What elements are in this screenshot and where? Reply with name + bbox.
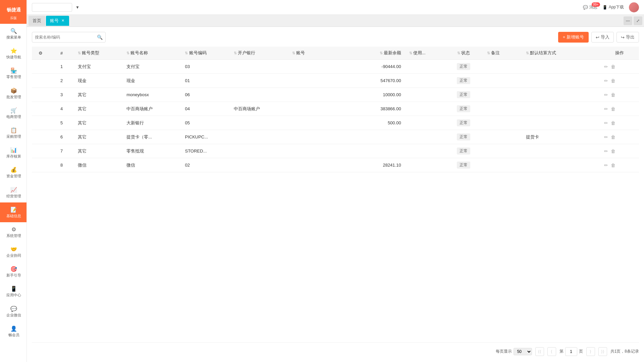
user-avatar[interactable] bbox=[629, 2, 639, 12]
page-last-button[interactable]: ⟩⟩ bbox=[598, 347, 607, 356]
sidebar-item-basic-info[interactable]: 📝 基础信息 bbox=[0, 202, 26, 222]
edit-button[interactable]: ✏ bbox=[604, 163, 608, 168]
page-first-button[interactable]: ⟨⟨ bbox=[535, 347, 544, 356]
col-code[interactable]: 账号编码 bbox=[181, 47, 229, 60]
row-account bbox=[288, 88, 346, 102]
row-remark bbox=[483, 74, 522, 88]
app-download-button[interactable]: 📱 App下载 bbox=[602, 4, 624, 10]
col-account[interactable]: 账号 bbox=[288, 47, 346, 60]
delete-button[interactable]: 🗑 bbox=[611, 120, 615, 126]
row-remark bbox=[483, 144, 522, 158]
search-icon: 🔍 bbox=[10, 28, 17, 34]
col-balance[interactable]: 最新余额 bbox=[346, 47, 405, 60]
edit-button[interactable]: ✏ bbox=[604, 120, 608, 126]
search-box[interactable]: 🔍 bbox=[32, 32, 106, 43]
edit-button[interactable]: ✏ bbox=[604, 148, 608, 154]
sidebar-item-quick-nav[interactable]: ⭐ 快捷导航 bbox=[0, 44, 26, 63]
delete-button[interactable]: 🗑 bbox=[611, 163, 615, 168]
sidebar-item-system[interactable]: ⚙ 系统管理 bbox=[0, 222, 26, 242]
row-settle bbox=[522, 102, 600, 116]
sidebar-item-label: 新手引导 bbox=[6, 273, 21, 278]
sidebar-item-inventory[interactable]: 📊 库存核算 bbox=[0, 143, 26, 163]
tab-account[interactable]: 账号 ✕ bbox=[46, 16, 69, 26]
row-status: 正常 bbox=[444, 158, 483, 172]
col-remark[interactable]: 备注 bbox=[483, 47, 522, 60]
page-next-button[interactable]: ⟩ bbox=[586, 347, 595, 356]
sidebar-item-agreement[interactable]: 🤝 企业协同 bbox=[0, 242, 26, 262]
row-settle bbox=[522, 88, 600, 102]
row-usage bbox=[405, 130, 444, 144]
col-name[interactable]: 账号名称 bbox=[122, 47, 181, 60]
gear-icon[interactable]: ⚙ bbox=[39, 51, 43, 56]
tab-account-close[interactable]: ✕ bbox=[60, 18, 65, 23]
row-code: 01 bbox=[181, 74, 229, 88]
tab-minimize-button[interactable]: — bbox=[624, 16, 632, 25]
sidebar-item-ecommerce[interactable]: 🛒 电商管理 bbox=[0, 103, 26, 123]
delete-button[interactable]: 🗑 bbox=[611, 64, 615, 69]
sidebar-item-label: 基础信息 bbox=[6, 214, 21, 218]
svg-text:畅捷通: 畅捷通 bbox=[7, 7, 21, 12]
table-row: 1 支付宝 支付宝 03 -90444.00 正常 ✏ 🗑 bbox=[32, 60, 639, 74]
sidebar-item-label: 应用中心 bbox=[6, 293, 21, 297]
import-button[interactable]: ↩ 导入 bbox=[591, 32, 614, 43]
col-usage[interactable]: 使用... bbox=[405, 47, 444, 60]
sidebar-item-retail[interactable]: 🏪 零售管理 bbox=[0, 63, 26, 83]
delete-button[interactable]: 🗑 bbox=[611, 148, 615, 154]
sidebar-item-wechat-biz[interactable]: 💬 企业微信 bbox=[0, 302, 26, 321]
col-type[interactable]: 账号类型 bbox=[74, 47, 122, 60]
delete-button[interactable]: 🗑 bbox=[611, 106, 615, 112]
operations-icon: 📈 bbox=[10, 187, 17, 193]
sidebar-item-label: 经营管理 bbox=[6, 194, 21, 198]
add-account-button[interactable]: + 新增账号 bbox=[558, 32, 589, 43]
search-input[interactable] bbox=[35, 35, 97, 40]
row-bank bbox=[230, 88, 288, 102]
col-settle[interactable]: 默认结算方式 bbox=[522, 47, 600, 60]
edit-button[interactable]: ✏ bbox=[604, 134, 608, 140]
edit-button[interactable]: ✏ bbox=[604, 106, 608, 112]
tab-home-label: 首页 bbox=[33, 18, 41, 24]
page-label: 第 页 bbox=[559, 347, 583, 356]
tab-expand-button[interactable]: ⤢ bbox=[634, 16, 642, 25]
row-status: 正常 bbox=[444, 116, 483, 130]
mobile-icon: 📱 bbox=[602, 5, 607, 10]
topbar-search-input[interactable] bbox=[32, 3, 72, 12]
sidebar-item-purchase[interactable]: 📋 采购管理 bbox=[0, 123, 26, 143]
delete-button[interactable]: 🗑 bbox=[611, 134, 615, 140]
row-remark bbox=[483, 88, 522, 102]
row-type: 支付宝 bbox=[74, 60, 122, 74]
quick-nav-icon: ⭐ bbox=[10, 48, 17, 54]
row-type: 其它 bbox=[74, 102, 122, 116]
row-code: 06 bbox=[181, 88, 229, 102]
topbar-dropdown[interactable]: ▼ bbox=[75, 5, 79, 10]
row-code: 04 bbox=[181, 102, 229, 116]
edit-button[interactable]: ✏ bbox=[604, 78, 608, 83]
delete-button[interactable]: 🗑 bbox=[611, 78, 615, 83]
page-size-select[interactable]: 50 20 100 bbox=[514, 348, 532, 355]
agreement-icon: 🤝 bbox=[10, 246, 17, 252]
row-balance: 383866.00 bbox=[346, 102, 405, 116]
edit-button[interactable]: ✏ bbox=[604, 64, 608, 69]
col-bank[interactable]: 开户银行 bbox=[230, 47, 288, 60]
sidebar-item-beginner[interactable]: 🎯 新手引导 bbox=[0, 262, 26, 282]
row-type: 其它 bbox=[74, 116, 122, 130]
edit-button[interactable]: ✏ bbox=[604, 92, 608, 98]
sidebar-item-operations[interactable]: 📈 经营管理 bbox=[0, 183, 26, 202]
col-gear[interactable]: ⚙ bbox=[32, 47, 49, 60]
sidebar-item-member[interactable]: 👤 畅会员 bbox=[0, 321, 26, 341]
page-prev-button[interactable]: ⟨ bbox=[547, 347, 556, 356]
row-type: 现金 bbox=[74, 74, 122, 88]
message-button[interactable]: 💬 消息 99+ bbox=[583, 4, 597, 10]
topbar-right: 💬 消息 99+ 📱 App下载 bbox=[583, 2, 639, 12]
row-status: 正常 bbox=[444, 130, 483, 144]
sidebar-item-app-center[interactable]: 📱 应用中心 bbox=[0, 282, 26, 301]
tab-home[interactable]: 首页 bbox=[29, 16, 45, 26]
page-number-input[interactable] bbox=[565, 347, 577, 356]
row-code: PICKUPC... bbox=[181, 130, 229, 144]
delete-button[interactable]: 🗑 bbox=[611, 92, 615, 98]
sidebar-item-finance[interactable]: 💰 资金管理 bbox=[0, 163, 26, 182]
export-button[interactable]: ↪ 导出 bbox=[616, 32, 639, 43]
col-status[interactable]: 状态 bbox=[444, 47, 483, 60]
sidebar-item-wholesale[interactable]: 📦 批发管理 bbox=[0, 83, 26, 103]
row-type: 微信 bbox=[74, 158, 122, 172]
sidebar-item-search[interactable]: 🔍 搜索菜单 bbox=[0, 24, 26, 44]
